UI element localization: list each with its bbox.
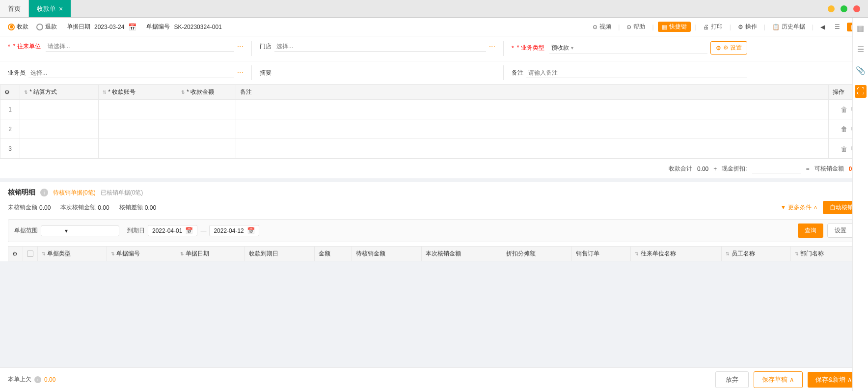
row2-settle[interactable] [20, 119, 99, 139]
due-date-label: 到期日 [127, 226, 145, 235]
help-btn[interactable]: ⊙ 帮助 [624, 22, 648, 32]
staff-more-btn[interactable]: ··· [237, 69, 244, 77]
gear-icon: ⚙ [716, 45, 721, 52]
this-order-value: 0.00 [44, 376, 55, 383]
history-btn[interactable]: 📋 历史单据 [769, 22, 808, 32]
window-minimize-btn[interactable] [828, 5, 835, 12]
row3-amount[interactable] [177, 139, 236, 159]
bottom-table-container: ⚙ ⇅ 单据类型 ⇅ 单据编号 ⇅ 单据日期 [8, 246, 860, 261]
row3-settle[interactable] [20, 139, 99, 159]
table-row: 1 🗑 ⧉ [0, 100, 868, 119]
gear-icon-th: ⚙ [4, 89, 10, 96]
th-select-all[interactable] [23, 247, 38, 261]
prev-btn[interactable]: ◀ [817, 23, 828, 31]
data-table: ⚙ ⇅ * 结算方式 ⇅ * 收款账号 ⇅ * 收款金额 [0, 84, 868, 159]
doc-num-field: 单据编号 SK-20230324-001 [146, 23, 221, 31]
row2-account[interactable] [99, 119, 177, 139]
sidebar-table-icon[interactable]: ▦ [855, 22, 866, 35]
row3-account[interactable] [99, 139, 177, 159]
gear-icon-bottom[interactable]: ⚙ [12, 251, 18, 257]
diff-value: 0.00 [145, 204, 156, 211]
shortcut-btn[interactable]: ▦ 快捷键 [658, 22, 691, 32]
required-star: * [8, 43, 10, 50]
shop-input[interactable] [274, 41, 486, 52]
memo-input[interactable] [274, 69, 495, 76]
video-btn[interactable]: ⊙ 视频 [590, 22, 614, 32]
save-draft-btn[interactable]: 保存草稿 ∧ [754, 371, 803, 388]
counterparty-field: * * 往来单位 ··· [8, 41, 244, 52]
th-gear[interactable]: ⚙ [0, 85, 20, 100]
done-link[interactable]: 已核销单据(0笔) [101, 189, 143, 197]
tab-active[interactable]: 收款单 × [29, 0, 71, 17]
divider4 [503, 65, 504, 80]
hexiao-info-icon[interactable]: i [40, 189, 48, 196]
staff-input[interactable] [28, 68, 234, 78]
pending-link[interactable]: 待核销单据(0笔) [53, 189, 96, 197]
footer-right: 放弃 保存草稿 ∧ 保存&新增 ∧ [715, 371, 860, 388]
query-btn[interactable]: 查询 [798, 223, 823, 238]
shop-more-btn[interactable]: ··· [489, 43, 495, 51]
row1-amount[interactable] [177, 100, 236, 119]
divider2 [503, 41, 504, 56]
unconsumed-stat: 未核销金额 0.00 [8, 203, 51, 212]
range-filter: 单据范围 ▾ [14, 225, 119, 236]
sidebar-list-icon[interactable]: ☰ [855, 43, 866, 56]
th-due-date: 收款到期日 [245, 247, 315, 261]
business-type-field: * * 业务类型 预收款 ▾ ⚙ ⚙ 设置 [512, 41, 747, 55]
hexiao-title: 核销明细 [8, 188, 35, 197]
settings-btn-label: ⚙ 设置 [723, 44, 742, 52]
row2-amount[interactable] [177, 119, 236, 139]
tab-close-btn[interactable]: × [59, 5, 63, 13]
row-num-2: 2 [0, 119, 20, 139]
row3-remark[interactable] [236, 139, 829, 159]
counterparty-input[interactable] [46, 41, 234, 52]
abandon-btn[interactable]: 放弃 [715, 371, 749, 388]
footer-info-icon[interactable]: i [34, 376, 41, 383]
cal-to-icon[interactable]: 📅 [247, 227, 255, 234]
row1-remark[interactable] [236, 100, 829, 119]
range-label: 单据范围 [14, 226, 38, 235]
delete-icon-1[interactable]: 🗑 [841, 106, 847, 113]
discount-input[interactable] [752, 164, 801, 173]
window-close-btn[interactable] [853, 5, 860, 12]
select-all-checkbox[interactable] [27, 251, 33, 257]
discount-label: 现金折扣: [722, 165, 747, 173]
range-chevron-icon: ▾ [65, 227, 68, 234]
save-draft-label: 保存草稿 [762, 375, 787, 384]
row2-remark[interactable] [236, 119, 829, 139]
doc-num-value: SK-20230324-001 [174, 24, 221, 30]
th-counterparty-name: ⇅ 往来单位名称 [631, 247, 722, 261]
row1-settle[interactable] [20, 100, 99, 119]
delete-icon-2[interactable]: 🗑 [841, 125, 847, 133]
row1-account[interactable] [99, 100, 177, 119]
calendar-icon[interactable]: 📅 [128, 23, 136, 31]
delete-icon-3[interactable]: 🗑 [841, 145, 847, 153]
remark-input[interactable] [526, 68, 747, 78]
hexiao-section: 核销明细 i 待核销单据(0笔) 已核销单据(0笔) 未核销金额 0.00 本次… [0, 182, 868, 261]
tab-home[interactable]: 首页 [0, 0, 29, 17]
radio-refund[interactable]: 退款 [36, 23, 57, 31]
more-conditions-btn[interactable]: ▼ 更多条件 ∧ [780, 203, 818, 212]
date-to-value: 2022-04-12 [214, 227, 244, 234]
help-icon: ⊙ [626, 24, 631, 30]
filter-settings-btn[interactable]: 设置 [827, 223, 854, 238]
settings-button[interactable]: ⚙ ⚙ 设置 [710, 41, 747, 55]
sidebar-camera-icon[interactable]: ⛶ [855, 85, 867, 98]
table-row: 2 🗑 ⧉ [0, 119, 868, 139]
form-fields-row2: 业务员 ··· 摘要 备注 [0, 61, 868, 84]
date-from-picker[interactable]: 2022-04-01 📅 [148, 225, 197, 236]
sidebar-attachment-icon[interactable]: 📎 [854, 64, 868, 77]
operations-icon: ⚙ [738, 24, 743, 30]
business-type-select[interactable]: 预收款 ▾ [549, 42, 707, 54]
radio-refund-label: 退款 [45, 23, 57, 31]
window-maximize-btn[interactable] [841, 5, 847, 12]
date-to-picker[interactable]: 2022-04-12 📅 [209, 225, 259, 236]
range-select[interactable]: ▾ [41, 225, 119, 236]
shortcut-icon: ▦ [662, 24, 667, 30]
nav-icon[interactable]: ☰ [832, 23, 843, 31]
counterparty-more-btn[interactable]: ··· [237, 43, 244, 51]
radio-receive[interactable]: 收款 [8, 23, 28, 31]
print-btn[interactable]: 🖨 打印 [700, 22, 726, 32]
operations-btn[interactable]: ⚙ 操作 [735, 22, 760, 32]
cal-from-icon[interactable]: 📅 [185, 227, 193, 234]
